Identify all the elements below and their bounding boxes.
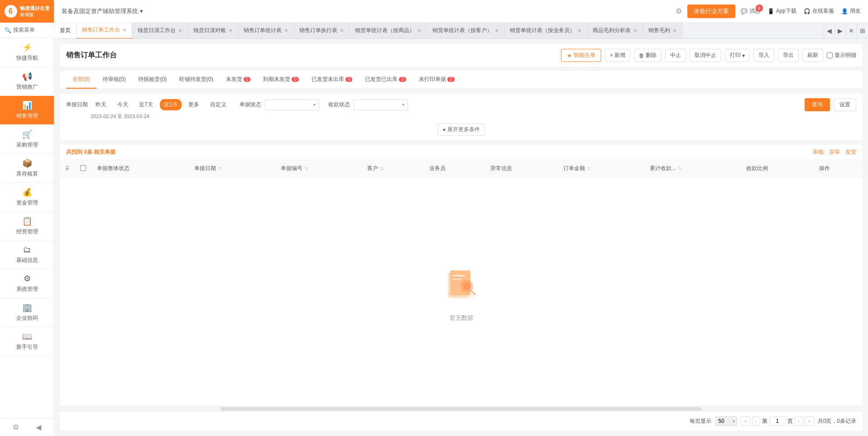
tab-close-all-btn[interactable]: ✕ [845, 23, 857, 39]
filter-tab-not-shipped[interactable]: 未发货0 [220, 71, 257, 89]
online-service-button[interactable]: 🎧 在线客服 [804, 7, 834, 15]
tab-close-icon[interactable]: ✕ [178, 28, 182, 33]
tab-close-icon[interactable]: ✕ [340, 28, 344, 33]
sidebar-item-guide[interactable]: 📖 新手引导 [0, 327, 54, 356]
filter-tab-not-printed[interactable]: 未打印单据0 [412, 71, 461, 89]
tab-sales-margin[interactable]: 销售毛利 ✕ [643, 23, 682, 39]
tab-close-icon[interactable]: ✕ [673, 28, 676, 33]
tab-close-icon[interactable]: ✕ [123, 28, 126, 33]
horizontal-scrollbar[interactable] [60, 406, 863, 411]
tab-cash-daily[interactable]: 钱货日清工作台 ✕ [132, 23, 188, 39]
tab-sales-exec[interactable]: 销售订单执行表 ✕ [294, 23, 350, 39]
filter-tab-all[interactable]: 全部(0) [66, 71, 96, 89]
import-button[interactable]: 导入 [753, 49, 774, 62]
tab-sales-by-customer[interactable]: 销货单统计表（按客户） ✕ [427, 23, 504, 39]
tab-sales-by-product[interactable]: 销货单统计表（按商品） ✕ [350, 23, 427, 39]
export-button[interactable]: 导出 [778, 49, 799, 62]
show-detail-input[interactable] [827, 52, 833, 58]
system-title-dropdown[interactable]: 装备及固定资产辅助管理系统 ▾ [62, 7, 670, 15]
page-size-select[interactable]: 50 20 100 [715, 416, 737, 426]
delete-button[interactable]: 🗑 删除 [634, 49, 662, 62]
print-button[interactable]: 打印 ▾ [725, 49, 750, 62]
marketing-icon: 📢 [22, 71, 32, 81]
user-menu-button[interactable]: 👤 用友 [841, 7, 861, 15]
sidebar-item-operations[interactable]: 📋 经营管理 [0, 212, 54, 241]
filter-tab-pending-audit[interactable]: 待审核(0) [96, 71, 132, 89]
tab-sales-by-staff[interactable]: 销货单统计表（按业务员） ✕ [504, 23, 587, 39]
collapse-btn[interactable]: ◀ [36, 423, 41, 431]
payment-select[interactable] [354, 100, 408, 110]
tab-close-icon[interactable]: ✕ [417, 28, 421, 33]
sidebar-item-basic-info[interactable]: 🗂 基础信息 [0, 241, 54, 269]
sort-icon[interactable]: ⇅ [678, 166, 682, 171]
sidebar-item-sales[interactable]: 📊 销售管理 [0, 96, 54, 125]
expand-conditions-button[interactable]: ▾ 展开更多条件 [438, 123, 485, 136]
select-all-checkbox[interactable] [80, 165, 86, 171]
sort-icon[interactable]: ⇅ [218, 166, 222, 171]
filter-tab-shipped-out[interactable]: 已发货已出库0 [359, 71, 412, 89]
sort-icon[interactable]: ⇅ [587, 166, 591, 171]
filter-tab-overdue[interactable]: 到期未发货0 [257, 71, 305, 89]
tab-margin-analysis[interactable]: 商品毛利分析表 ✕ [587, 23, 643, 39]
tab-expand-btn[interactable]: ⊞ [857, 23, 868, 39]
tab-sales-stat[interactable]: 销售订单统计表 ✕ [238, 23, 294, 39]
refresh-button[interactable]: 刷新 [802, 49, 823, 62]
settings-bottom-btn[interactable]: ⚙ [13, 423, 19, 431]
messages-button[interactable]: 💬 消息 6 [741, 7, 760, 15]
industry-solution-button[interactable]: 体验行业方案 [687, 5, 735, 18]
sidebar-item-enterprise[interactable]: 🏢 企业协同 [0, 298, 54, 327]
tab-sales-order-workbench[interactable]: 销售订单工作台 ✕ [77, 23, 132, 39]
tab-close-icon[interactable]: ✕ [578, 28, 581, 33]
col-header-amount: 订单金额 ⇅ [558, 160, 644, 177]
sidebar-item-inventory[interactable]: 📦 库存核算 [0, 154, 54, 183]
scroll-thumb[interactable] [221, 407, 702, 411]
sort-icon[interactable]: ⇅ [305, 166, 308, 171]
query-button[interactable]: 查询 [805, 98, 830, 111]
smart-order-button[interactable]: ★ 智能生单 [561, 49, 601, 62]
col-header-date: 单据日期 ⇅ [189, 160, 275, 177]
sidebar-item-quick-nav[interactable]: ⚡ 快捷导航 [0, 38, 54, 67]
tab-close-icon[interactable]: ✕ [633, 28, 637, 33]
filter-tab-shipped-not-out[interactable]: 已发货未出库0 [305, 71, 359, 89]
sidebar-item-search[interactable]: 🔍 搜索菜单 [0, 23, 54, 38]
sidebar-item-finance[interactable]: 💰 资金管理 [0, 183, 54, 212]
sidebar-item-system[interactable]: ⚙ 系统管理 [0, 269, 54, 298]
new-button[interactable]: + 新增 [605, 49, 630, 62]
date-btn-today[interactable]: 今天 [113, 99, 132, 110]
tab-scroll-right-btn[interactable]: ▶ [834, 23, 845, 39]
cancel-audit-action-button[interactable]: 弃审 [829, 148, 840, 156]
tab-close-icon[interactable]: ✕ [284, 28, 288, 33]
cancel-stop-button[interactable]: 取消中止 [690, 49, 721, 62]
filter-tab-shop-pending[interactable]: 旺铺待发货(0) [173, 71, 220, 89]
date-btn-custom[interactable]: 自定义 [206, 99, 230, 110]
ship-action-button[interactable]: 发货 [845, 148, 856, 156]
tab-close-icon[interactable]: ✕ [229, 28, 232, 33]
set-button[interactable]: 设置 [834, 98, 856, 111]
col-drag: ⠿ [60, 160, 75, 177]
app-download-button[interactable]: 📱 App下载 [767, 7, 796, 15]
filter-tab-pending-check[interactable]: 待拣验货(0) [132, 71, 173, 89]
tab-scroll-left-btn[interactable]: ◀ [824, 23, 834, 39]
date-btn-1month[interactable]: 近1月 [160, 99, 182, 110]
result-count: 共找到 0条 相关单据 [66, 148, 115, 156]
settings-gear-icon[interactable]: ⚙ [676, 7, 682, 15]
date-btn-yesterday[interactable]: 昨天 [91, 99, 110, 110]
tab-cash-reconcile[interactable]: 钱货日清对账 ✕ [188, 23, 238, 39]
stop-button[interactable]: 中止 [665, 49, 686, 62]
page-number-input[interactable] [769, 417, 786, 426]
last-page-button[interactable]: » [805, 417, 814, 426]
sidebar-item-purchase[interactable]: 🛒 采购管理 [0, 125, 54, 154]
date-btn-more[interactable]: 更多 [184, 99, 203, 110]
sidebar-item-marketing[interactable]: 📢 营销推广 [0, 67, 54, 96]
status-select[interactable] [265, 100, 319, 110]
status-filter-field: 单据状态 [240, 100, 319, 110]
next-page-button[interactable]: › [795, 417, 803, 426]
first-page-button[interactable]: « [741, 417, 750, 426]
date-btn-7days[interactable]: 近7天 [135, 99, 157, 110]
prev-page-button[interactable]: ‹ [752, 417, 760, 426]
tab-home[interactable]: 首页 [54, 23, 77, 39]
show-detail-checkbox[interactable]: 显示明细 [827, 52, 856, 59]
audit-action-button[interactable]: 审核 [813, 148, 824, 156]
tab-close-icon[interactable]: ✕ [495, 28, 499, 33]
sort-icon[interactable]: ⇅ [380, 166, 384, 171]
